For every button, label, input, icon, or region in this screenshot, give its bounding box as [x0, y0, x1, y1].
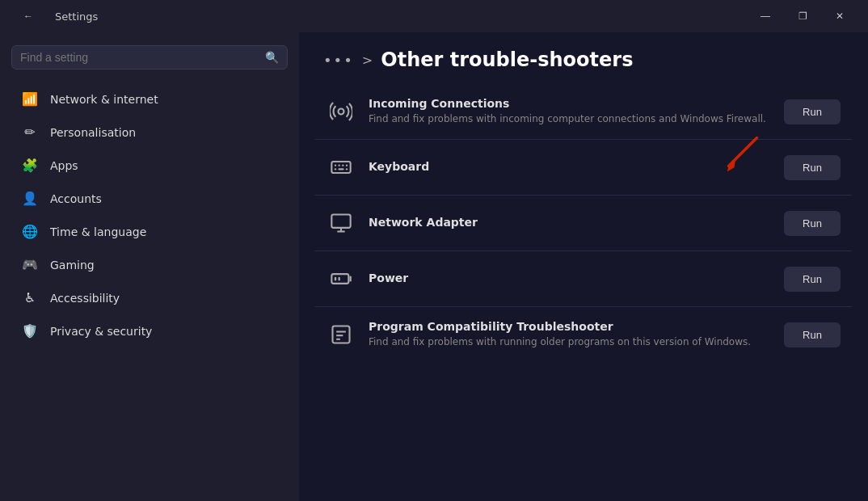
main-layout: 🔍 📶 Network & internet ✏️ Personalisatio…: [0, 32, 868, 501]
sidebar-label-apps: Apps: [50, 159, 78, 172]
svg-rect-14: [331, 274, 348, 284]
program-compat-icon: [327, 320, 356, 349]
incoming-connections-text: Incoming Connections Find and fix proble…: [369, 97, 771, 126]
network-adapter-title: Network Adapter: [369, 216, 771, 229]
sidebar-item-network[interactable]: 📶 Network & internet: [6, 83, 293, 115]
troubleshooter-list: Incoming Connections Find and fix proble…: [299, 84, 868, 362]
sidebar-label-time: Time & language: [50, 225, 146, 238]
sidebar-item-accessibility[interactable]: ♿ Accessibility: [6, 282, 293, 314]
search-input[interactable]: [20, 51, 259, 64]
personalisation-icon: ✏️: [21, 124, 39, 140]
gaming-icon: 🎮: [21, 257, 39, 272]
search-icon: 🔍: [265, 51, 279, 64]
troubleshooter-incoming-connections: Incoming Connections Find and fix proble…: [315, 84, 852, 140]
content-area: ••• > Other trouble-shooters Incoming Co…: [299, 32, 868, 501]
titlebar: ← Settings — ❐ ✕: [0, 0, 868, 32]
sidebar-label-network: Network & internet: [50, 93, 158, 106]
svg-rect-11: [331, 215, 350, 228]
back-button[interactable]: ←: [10, 3, 47, 29]
troubleshooter-program-compat: Program Compatibility Troubleshooter Fin…: [315, 307, 852, 362]
sidebar-item-gaming[interactable]: 🎮 Gaming: [6, 249, 293, 280]
troubleshooter-power: Power Run: [315, 251, 852, 307]
titlebar-title: Settings: [55, 11, 98, 23]
network-adapter-icon: [327, 208, 356, 238]
program-compat-desc: Find and fix problems with running older…: [369, 335, 771, 349]
maximize-button[interactable]: ❐: [784, 3, 821, 29]
keyboard-text: Keyboard: [369, 160, 771, 175]
incoming-connections-run-button[interactable]: Run: [784, 99, 841, 124]
keyboard-run-button[interactable]: Run: [784, 155, 841, 180]
program-compat-title: Program Compatibility Troubleshooter: [369, 320, 771, 333]
apps-icon: 🧩: [21, 158, 39, 173]
incoming-connections-desc: Find and fix problems with incoming comp…: [369, 112, 771, 126]
page-title: Other trouble-shooters: [381, 48, 633, 71]
program-compat-text: Program Compatibility Troubleshooter Fin…: [369, 320, 771, 349]
sidebar-label-personalisation: Personalisation: [50, 126, 136, 139]
sidebar-label-privacy: Privacy & security: [50, 325, 152, 338]
sidebar-item-time[interactable]: 🌐 Time & language: [6, 216, 293, 247]
titlebar-left: ← Settings: [10, 3, 98, 29]
power-title: Power: [369, 272, 771, 284]
svg-rect-3: [331, 162, 350, 173]
accounts-icon: 👤: [21, 191, 39, 206]
network-adapter-text: Network Adapter: [369, 216, 771, 231]
time-icon: 🌐: [21, 224, 39, 239]
keyboard-icon: [327, 153, 356, 182]
troubleshooter-network-adapter: Network Adapter Run: [315, 196, 852, 251]
sidebar-item-apps[interactable]: 🧩 Apps: [6, 149, 293, 181]
sidebar: 🔍 📶 Network & internet ✏️ Personalisatio…: [0, 32, 299, 501]
network-adapter-run-button[interactable]: Run: [784, 211, 841, 236]
sidebar-item-personalisation[interactable]: ✏️ Personalisation: [6, 116, 293, 148]
svg-rect-18: [333, 326, 350, 343]
power-text: Power: [369, 272, 771, 287]
troubleshooter-keyboard: Keyboard Run: [315, 140, 852, 196]
keyboard-title: Keyboard: [369, 160, 771, 173]
privacy-icon: 🛡️: [21, 323, 39, 339]
network-icon: 📶: [21, 91, 39, 107]
breadcrumb-chevron: >: [362, 53, 373, 68]
sidebar-label-accessibility: Accessibility: [50, 292, 120, 305]
incoming-connections-title: Incoming Connections: [369, 97, 771, 110]
page-header: ••• > Other trouble-shooters: [299, 32, 868, 84]
incoming-connections-icon: [327, 97, 356, 126]
close-button[interactable]: ✕: [821, 3, 858, 29]
power-icon: [327, 264, 356, 293]
sidebar-item-accounts[interactable]: 👤 Accounts: [6, 183, 293, 214]
program-compat-run-button[interactable]: Run: [784, 322, 841, 347]
accessibility-icon: ♿: [21, 290, 39, 305]
svg-point-0: [339, 109, 344, 115]
sidebar-label-accounts: Accounts: [50, 192, 102, 205]
search-container: 🔍: [0, 32, 299, 82]
minimize-button[interactable]: —: [747, 3, 784, 29]
breadcrumb-dots: •••: [323, 52, 354, 69]
titlebar-controls: — ❐ ✕: [747, 3, 858, 29]
search-box[interactable]: 🔍: [11, 45, 288, 69]
power-run-button[interactable]: Run: [784, 267, 841, 292]
sidebar-item-privacy[interactable]: 🛡️ Privacy & security: [6, 315, 293, 347]
sidebar-label-gaming: Gaming: [50, 259, 95, 272]
